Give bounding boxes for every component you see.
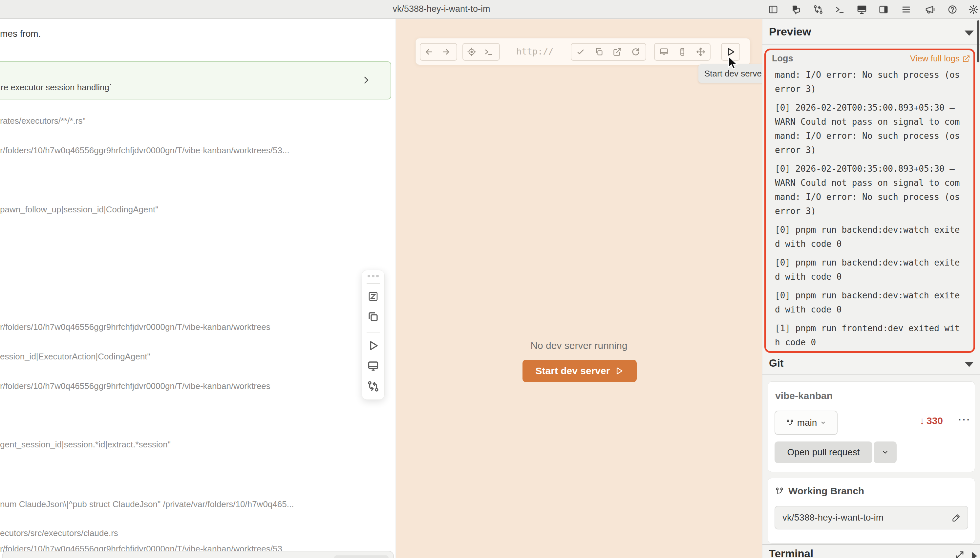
log-entry: [0] 2026-02-20T00:35:00.893+05:30 — WARN…: [775, 101, 961, 157]
divider: [367, 333, 380, 333]
panel-left-icon[interactable]: [767, 3, 779, 15]
external-link-icon: [962, 55, 970, 63]
conversation-panel: mes from. re executor session handling` …: [0, 20, 395, 558]
pr-options-dropdown[interactable]: [873, 441, 896, 463]
divider: [762, 44, 980, 45]
collapse-git-icon[interactable]: [965, 362, 974, 367]
page-actions-group: [571, 43, 646, 61]
chevron-down-icon: [820, 420, 826, 426]
nav-button-group: [420, 43, 457, 61]
check-icon[interactable]: [571, 44, 590, 60]
code-line: rates/executors/**/*.rs": [0, 116, 86, 126]
chevron-down-icon: [882, 449, 889, 456]
empty-state-message: No dev server running: [396, 340, 762, 351]
edit-pencil-icon[interactable]: [952, 513, 961, 522]
log-entry: [0] pnpm run backend:dev:watch exited wi…: [775, 256, 961, 284]
settings-gear-icon[interactable]: [967, 3, 979, 15]
forward-icon[interactable]: [438, 44, 454, 60]
divider: [762, 374, 980, 375]
arrow-down-icon: ↓: [919, 415, 924, 427]
copy-icon[interactable]: [366, 310, 380, 324]
title-bar: vk/5388-hey-i-want-to-im: [0, 0, 980, 19]
input-action-button[interactable]: [334, 555, 388, 558]
open-in-zed-icon[interactable]: [366, 289, 380, 304]
terminal-icon[interactable]: [834, 3, 846, 15]
menu-icon[interactable]: [900, 3, 912, 15]
view-full-logs-link[interactable]: View full logs: [910, 54, 970, 64]
play-icon[interactable]: [366, 338, 380, 353]
preview-canvas: http://: [396, 20, 762, 558]
mobile-view-icon[interactable]: [673, 44, 692, 60]
refresh-icon[interactable]: [626, 44, 645, 60]
desktop-view-icon[interactable]: [655, 44, 673, 60]
help-icon[interactable]: [947, 3, 958, 15]
git-compare-icon[interactable]: [812, 3, 824, 15]
external-link-icon[interactable]: [608, 44, 626, 60]
code-line: num ClaudeJson\|^pub struct ClaudeJson" …: [0, 499, 294, 509]
megaphone-icon[interactable]: [924, 3, 936, 15]
floating-action-toolbar: [362, 270, 385, 400]
git-more-menu-icon[interactable]: ⋯: [958, 412, 970, 427]
code-line: r/folders/10/h7w0q46556ggr9hrfchfjdvr000…: [0, 322, 270, 332]
play-icon: [615, 366, 624, 376]
log-entry: [0] 2026-02-20T00:35:00.893+05:30 — WARN…: [775, 162, 961, 218]
toolbar-separator: [895, 3, 895, 15]
commits-behind-badge: ↓ 330: [919, 415, 943, 427]
code-line: r/folders/10/h7w0q46556ggr9hrfchfjdvr000…: [0, 381, 270, 391]
code-line: ession_id|ExecutorAction|CodingAgent": [0, 351, 150, 362]
git-card: vibe-kanban main ↓ 330 ⋯ Open pull reque…: [768, 381, 975, 472]
details-sidebar: Preview Logs View full logs mand: I/O er…: [762, 20, 980, 558]
panel-right-icon[interactable]: [878, 3, 890, 15]
scrollbar-thumb[interactable]: [977, 20, 979, 62]
view-full-logs-label: View full logs: [910, 54, 960, 64]
copy-url-icon[interactable]: [590, 44, 608, 60]
logs-panel-highlighted: Logs View full logs mand: I/O error: No …: [764, 49, 975, 353]
start-dev-server-label: Start dev server: [536, 365, 610, 376]
log-entry: [1] pnpm run frontend:dev exited with co…: [775, 321, 961, 350]
code-line: ecutors/src/executors/claude.rs: [0, 528, 118, 538]
logs-title: Logs: [772, 54, 793, 64]
locate-icon[interactable]: [463, 44, 480, 60]
expand-terminal-icon[interactable]: [955, 550, 965, 558]
back-icon[interactable]: [420, 44, 438, 60]
inspect-button-group: [462, 43, 500, 61]
collapse-preview-icon[interactable]: [965, 31, 974, 36]
working-branch-title: Working Branch: [788, 486, 864, 497]
chat-bubbles-icon[interactable]: [790, 3, 802, 15]
git-compare-icon[interactable]: [366, 379, 380, 394]
terminal-section-header[interactable]: Terminal: [769, 548, 813, 558]
start-dev-server-button[interactable]: Start dev server: [523, 360, 637, 382]
log-entry: [0] pnpm run backend:dev:watch exited wi…: [775, 289, 961, 317]
window-title: vk/5388-hey-i-want-to-im: [367, 4, 515, 14]
console-icon[interactable]: [480, 44, 497, 60]
working-branch-field[interactable]: vk/5388-hey-i-want-to-im: [775, 506, 968, 529]
url-field[interactable]: http://: [516, 46, 554, 56]
working-branch-card: Working Branch vk/5388-hey-i-want-to-im: [768, 478, 975, 543]
git-section-header[interactable]: Git: [769, 357, 783, 369]
mouse-cursor: [724, 55, 739, 70]
collapsed-terminal-chevron-icon[interactable]: [972, 552, 977, 558]
git-branch-icon: [786, 419, 794, 427]
code-line: gent_session_id|session.*id|extract.*ses…: [0, 440, 170, 450]
base-branch-select[interactable]: main: [775, 410, 837, 435]
code-line: r/folders/10/h7w0q46556ggr9hrfchfjdvr000…: [0, 145, 290, 156]
move-icon[interactable]: [692, 44, 710, 60]
monitor-icon[interactable]: [856, 3, 868, 15]
divider: [367, 283, 380, 284]
preview-section-header[interactable]: Preview: [769, 25, 811, 38]
drag-handle-icon[interactable]: [367, 275, 379, 277]
device-mode-group: [654, 43, 711, 61]
highlighted-step-card[interactable]: re executor session handling`: [0, 61, 391, 100]
logs-output[interactable]: mand: I/O error: No such process (os err…: [775, 68, 961, 353]
divider: [762, 544, 980, 545]
dev-server-icon[interactable]: [366, 359, 380, 373]
repo-name: vibe-kanban: [775, 390, 833, 401]
preview-browser-toolbar: http://: [416, 38, 750, 65]
working-branch-header: Working Branch: [775, 486, 864, 497]
open-pull-request-button[interactable]: Open pull request: [775, 441, 872, 463]
message-text: mes from.: [0, 29, 41, 39]
step-text: re executor session handling`: [1, 82, 112, 93]
message-input-box[interactable]: [2, 551, 394, 558]
chevron-right-icon: [361, 74, 372, 86]
log-entry: mand: I/O error: No such process (os err…: [775, 68, 961, 96]
